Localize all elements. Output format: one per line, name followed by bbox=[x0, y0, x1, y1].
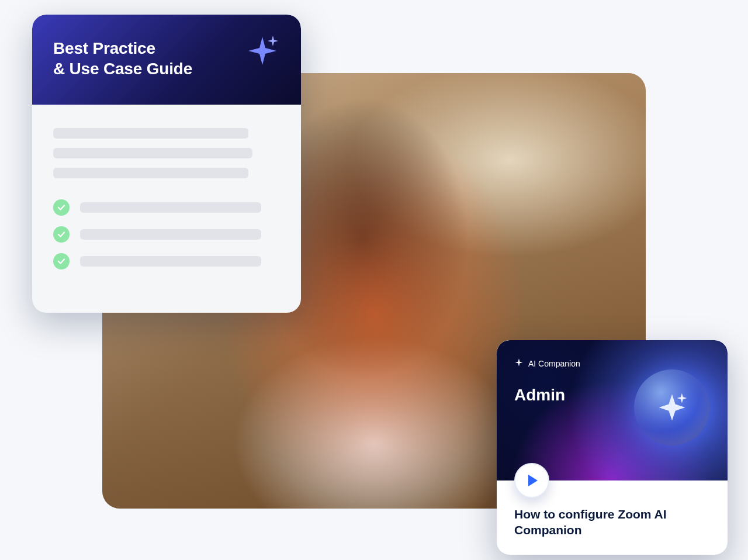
checklist-item bbox=[53, 199, 280, 216]
sparkle-icon bbox=[514, 358, 524, 369]
video-brand-text: AI Companion bbox=[528, 359, 580, 368]
guide-card-body bbox=[32, 105, 301, 298]
checkmark-icon bbox=[53, 253, 70, 269]
video-card[interactable]: AI Companion Admin How to configure Zoom… bbox=[497, 340, 728, 555]
video-thumbnail: AI Companion Admin bbox=[497, 340, 728, 481]
play-icon bbox=[528, 475, 538, 486]
placeholder-line bbox=[80, 229, 261, 240]
placeholder-line bbox=[80, 256, 261, 267]
play-button[interactable] bbox=[514, 463, 549, 498]
checkmark-icon bbox=[53, 226, 70, 243]
video-title: Admin bbox=[514, 386, 565, 405]
guide-title-line-2: & Use Case Guide bbox=[53, 60, 192, 78]
checklist-item bbox=[53, 226, 280, 243]
video-brand-label: AI Companion bbox=[514, 358, 580, 369]
placeholder-line bbox=[80, 202, 261, 213]
placeholder-line bbox=[53, 168, 248, 178]
guide-card-header: Best Practice & Use Case Guide bbox=[32, 15, 301, 105]
placeholder-line bbox=[53, 128, 248, 139]
placeholder-line bbox=[53, 148, 252, 158]
checkmark-icon bbox=[53, 199, 70, 216]
ai-orb-icon bbox=[634, 369, 710, 445]
guide-title-line-1: Best Practice bbox=[53, 39, 155, 57]
checklist-item bbox=[53, 253, 280, 269]
sparkle-icon bbox=[244, 33, 281, 71]
guide-card: Best Practice & Use Case Guide bbox=[32, 15, 301, 313]
